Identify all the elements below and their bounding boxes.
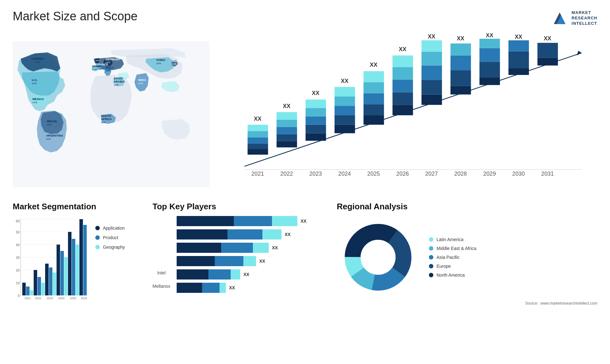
svg-rect-135	[60, 251, 64, 295]
svg-text:2029: 2029	[483, 171, 496, 177]
svg-text:xx%: xx%	[105, 69, 110, 72]
legend-label-product: Product	[103, 235, 118, 240]
svg-text:ARGENTINA: ARGENTINA	[46, 134, 63, 137]
svg-text:2021: 2021	[24, 297, 31, 300]
svg-rect-52	[306, 125, 326, 133]
regional-content: Latin America Middle East & Africa Asia …	[337, 216, 597, 299]
svg-rect-139	[72, 239, 75, 295]
legend-label-application: Application	[103, 226, 125, 231]
legend-europe: Europe	[429, 264, 476, 269]
svg-rect-92	[479, 78, 500, 85]
svg-rect-99	[508, 51, 529, 68]
svg-point-151	[361, 240, 396, 275]
svg-text:U.S.: U.S.	[32, 78, 37, 82]
svg-text:GERMANY: GERMANY	[105, 58, 120, 61]
svg-text:30: 30	[16, 256, 20, 260]
svg-rect-89	[451, 44, 471, 56]
legend-dot-application	[95, 226, 100, 230]
svg-rect-72	[392, 105, 413, 115]
kp-val-4: XX	[243, 272, 249, 277]
main-chart-section: XX 2021 XX 2022 XX 2023	[219, 33, 597, 195]
svg-rect-44	[276, 141, 297, 147]
segmentation-chart: 0 10 20 30 40 50 60	[13, 216, 89, 302]
source-text: Source : www.marketresearchintellect.com	[337, 301, 597, 306]
svg-rect-134	[57, 245, 60, 295]
kp-bars: XX XX	[177, 216, 330, 296]
svg-rect-79	[422, 94, 442, 105]
svg-rect-53	[306, 117, 326, 125]
svg-rect-88	[451, 56, 471, 71]
svg-rect-37	[247, 149, 268, 155]
svg-text:xx%: xx%	[101, 121, 106, 124]
svg-rect-46	[276, 127, 297, 134]
key-players-title: Top Key Players	[152, 202, 330, 212]
svg-text:xx%: xx%	[47, 123, 52, 126]
svg-text:xx%: xx%	[172, 63, 176, 65]
svg-text:2027: 2027	[425, 171, 438, 177]
svg-rect-130	[45, 264, 49, 295]
svg-text:XX: XX	[486, 33, 493, 38]
svg-text:2030: 2030	[512, 171, 525, 177]
svg-rect-48	[276, 112, 297, 120]
svg-rect-69	[363, 71, 384, 82]
legend-dot-europe	[429, 264, 433, 268]
svg-text:SOUTH: SOUTH	[101, 114, 111, 118]
svg-text:xx%: xx%	[138, 82, 143, 85]
svg-rect-122	[22, 283, 26, 295]
svg-rect-40	[247, 131, 268, 138]
svg-text:JAPAN: JAPAN	[172, 59, 181, 63]
svg-text:2023: 2023	[47, 297, 53, 300]
svg-text:2028: 2028	[454, 171, 467, 177]
svg-rect-45	[276, 134, 297, 141]
svg-text:XX: XX	[399, 46, 406, 52]
svg-text:XX: XX	[283, 103, 290, 109]
svg-rect-75	[392, 67, 413, 80]
regional-title: Regional Analysis	[337, 202, 597, 212]
kp-label-intel: Intel	[157, 270, 166, 282]
svg-rect-67	[363, 93, 384, 104]
svg-text:2023: 2023	[309, 171, 322, 177]
svg-rect-58	[335, 125, 355, 133]
kp-row-1: XX	[177, 229, 330, 239]
svg-text:2022: 2022	[35, 297, 41, 300]
kp-labels: Intel Mellanox	[152, 216, 170, 295]
svg-rect-76	[392, 56, 413, 67]
svg-rect-47	[276, 120, 297, 127]
legend-dot-latam	[429, 237, 433, 242]
segmentation-section: Market Segmentation 0 10 20 30 40 50 60	[13, 202, 146, 316]
kp-row-0: XX	[177, 216, 330, 226]
svg-rect-82	[422, 52, 442, 66]
svg-rect-80	[422, 80, 442, 95]
kp-val-0: XX	[301, 219, 307, 224]
svg-rect-142	[79, 219, 83, 295]
svg-text:SPAIN: SPAIN	[92, 65, 101, 68]
svg-rect-81	[422, 65, 442, 80]
svg-text:CHINA: CHINA	[156, 58, 166, 62]
svg-text:2026: 2026	[396, 171, 409, 177]
svg-rect-100	[508, 40, 529, 51]
svg-rect-98	[508, 68, 529, 75]
svg-text:0: 0	[18, 294, 20, 298]
svg-rect-104	[538, 43, 558, 58]
legend-latin-america: Latin America	[429, 237, 476, 242]
svg-rect-65	[363, 115, 384, 125]
legend-north-america: North America	[429, 273, 476, 278]
svg-text:2024: 2024	[58, 297, 64, 300]
svg-text:2024: 2024	[338, 171, 351, 177]
svg-rect-93	[479, 62, 500, 78]
kp-label-3	[152, 257, 170, 268]
svg-text:INDIA: INDIA	[138, 78, 146, 82]
svg-text:XX: XX	[457, 35, 464, 42]
page: Market Size and Scope MARKET RESEARCH IN…	[0, 0, 610, 364]
svg-rect-143	[83, 225, 87, 295]
svg-rect-66	[363, 104, 384, 115]
svg-rect-73	[392, 92, 413, 105]
logo-icon	[551, 10, 568, 27]
top-row: CANADA xx% U.S. xx% MEXICO xx% BRAZIL xx…	[13, 33, 597, 195]
svg-rect-87	[451, 70, 471, 86]
svg-text:AFRICA: AFRICA	[101, 118, 112, 121]
kp-val-2: XX	[272, 245, 278, 250]
svg-text:10: 10	[16, 281, 20, 285]
svg-text:xx%: xx%	[32, 82, 37, 85]
legend-dot-apac	[429, 255, 433, 260]
